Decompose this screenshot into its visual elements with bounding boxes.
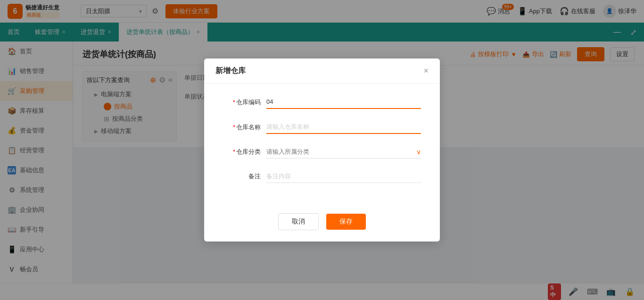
form-row-note: 备注 — [223, 170, 421, 183]
code-control — [266, 95, 421, 109]
modal-footer: 取消 保存 — [204, 206, 440, 242]
note-control — [266, 170, 421, 183]
modal-close-button[interactable]: × — [423, 66, 429, 76]
form-row-code: 仓库编码 — [223, 95, 421, 109]
code-input[interactable] — [266, 95, 421, 109]
category-select-wrap[interactable]: ∨ — [266, 145, 421, 158]
category-label: 仓库分类 — [223, 148, 261, 156]
category-control: ∨ — [266, 145, 421, 158]
code-label: 仓库编码 — [223, 98, 261, 107]
modal-overlay[interactable]: 新增仓库 × 仓库编码 仓库名称 仓库分类 — [0, 0, 644, 300]
modal-title: 新增仓库 — [215, 66, 246, 76]
save-button[interactable]: 保存 — [326, 214, 366, 230]
modal-body: 仓库编码 仓库名称 仓库分类 ∨ — [204, 84, 440, 206]
form-row-category: 仓库分类 ∨ — [223, 145, 421, 158]
name-control — [266, 120, 421, 134]
note-input[interactable] — [266, 170, 421, 183]
note-label: 备注 — [223, 172, 261, 181]
name-label: 仓库名称 — [223, 123, 261, 132]
cancel-button[interactable]: 取消 — [278, 213, 319, 230]
category-chevron-icon: ∨ — [416, 148, 421, 156]
form-row-name: 仓库名称 — [223, 120, 421, 134]
name-input[interactable] — [266, 120, 421, 134]
category-select-input[interactable] — [266, 145, 416, 158]
add-warehouse-modal: 新增仓库 × 仓库编码 仓库名称 仓库分类 — [204, 58, 440, 242]
modal-header: 新增仓库 × — [204, 58, 440, 84]
